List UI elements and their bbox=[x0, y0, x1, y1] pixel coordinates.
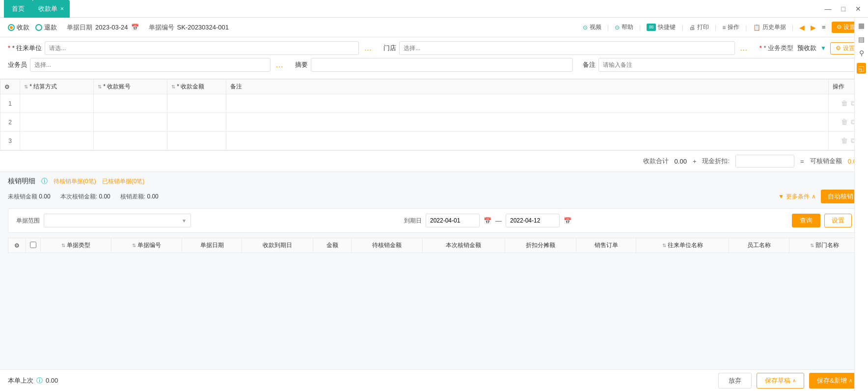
pending-tab[interactable]: 待核销单据(0笔) bbox=[54, 177, 96, 186]
nav-prev-icon[interactable]: ◀ bbox=[799, 24, 805, 31]
window-close-button[interactable]: ✕ bbox=[852, 4, 864, 14]
col-settings-header[interactable]: ⚙ bbox=[0, 80, 20, 94]
counterpart-input[interactable] bbox=[45, 41, 359, 55]
col-account-header: ⇅ * 收款账号 bbox=[94, 80, 167, 94]
bottom-value: 0.00 bbox=[46, 377, 58, 384]
operation-button[interactable]: ≡ 操作 bbox=[722, 23, 739, 31]
due-date-label: 到期日 bbox=[404, 217, 422, 225]
nav-next-icon[interactable]: ▶ bbox=[811, 24, 816, 31]
abandon-button[interactable]: 放弃 bbox=[718, 373, 752, 389]
refund-radio-dot bbox=[35, 24, 42, 31]
row1-remark[interactable] bbox=[226, 94, 829, 113]
receipt-table-section: ⚙ ⇅ * 结算方式 ⇅ * 收款账号 ⇅ * 收款金额 备注 bbox=[0, 79, 868, 171]
view-toggle-icon[interactable]: ≡ bbox=[822, 24, 826, 31]
filter-icon: ▼ bbox=[778, 193, 784, 200]
table-row: 3 🗑 ⧉ bbox=[0, 132, 868, 150]
print-icon: 🖨 bbox=[689, 24, 695, 31]
close-icon[interactable]: × bbox=[60, 5, 64, 12]
biz-type-arrow[interactable]: ▼ bbox=[820, 45, 826, 52]
biz-type-value: 预收款 bbox=[797, 44, 816, 53]
row1-account[interactable] bbox=[94, 94, 167, 113]
save-draft-button[interactable]: 保存草稿 ∧ bbox=[757, 373, 804, 389]
history-button[interactable]: 📋 历史单据 bbox=[753, 23, 786, 31]
store-label: 门店 bbox=[383, 44, 396, 53]
type-receipt-radio[interactable]: 收款 bbox=[8, 23, 29, 32]
print-label: 打印 bbox=[697, 23, 709, 31]
range-select[interactable]: ▼ bbox=[44, 214, 191, 227]
summary-row: 收款合计 0.00 + 现金折扣: = 可核销金额 0.00 bbox=[0, 150, 868, 171]
wt-col-due-date: 收款到期日 bbox=[242, 238, 313, 253]
summary-input[interactable] bbox=[311, 58, 572, 72]
bottom-info-icon: ⓘ bbox=[36, 376, 43, 385]
maximize-button[interactable]: □ bbox=[839, 4, 848, 14]
store-more-icon[interactable]: … bbox=[738, 44, 750, 53]
date-from-input[interactable] bbox=[426, 214, 480, 227]
writeoff-title: 核销明细 bbox=[8, 177, 35, 186]
form-header: 收款 退款 单据日期 2023-03-24 📅 单据编号 SK-20230324… bbox=[0, 18, 868, 37]
remark-input[interactable] bbox=[598, 58, 860, 72]
receipt-table: ⚙ ⇅ * 结算方式 ⇅ * 收款账号 ⇅ * 收款金额 备注 bbox=[0, 79, 868, 150]
sidebar-expand-icon[interactable]: ◱ bbox=[857, 63, 866, 74]
store-input[interactable] bbox=[399, 41, 734, 55]
row2-delete-icon[interactable]: 🗑 bbox=[841, 118, 848, 126]
date-to-input[interactable] bbox=[506, 214, 560, 227]
date-label: 单据日期 bbox=[67, 23, 92, 32]
window-controls: — □ ✕ bbox=[822, 4, 864, 14]
form-fields: * * 往来单位 … 门店 … * * 业务类型 预收款 ▼ ⚙ 设置 bbox=[0, 37, 868, 79]
video-button[interactable]: ⊙ 视频 bbox=[583, 23, 601, 31]
tab-home[interactable]: 首页 bbox=[4, 0, 32, 18]
row1-delete-icon[interactable]: 🗑 bbox=[841, 99, 848, 108]
row3-settle[interactable] bbox=[20, 132, 94, 150]
range-filter: 单据范围 ▼ bbox=[16, 214, 396, 227]
save-new-button[interactable]: 保存&新增 ∧ bbox=[809, 373, 860, 389]
row3-remark[interactable] bbox=[226, 132, 829, 150]
row3-amount[interactable] bbox=[167, 132, 226, 150]
query-button[interactable]: 查询 bbox=[792, 214, 820, 227]
per-page-label: 本单上次 bbox=[8, 376, 33, 385]
date-value[interactable]: 2023-03-24 bbox=[95, 24, 128, 31]
calendar-icon[interactable]: 📅 bbox=[131, 24, 139, 31]
main-container: 收款 退款 单据日期 2023-03-24 📅 单据编号 SK-20230324… bbox=[0, 18, 868, 391]
save-draft-label: 保存草稿 bbox=[765, 376, 790, 385]
discount-label: 现金折扣: bbox=[702, 157, 730, 166]
counterpart-more-icon[interactable]: … bbox=[362, 44, 374, 53]
sidebar-attach-icon[interactable]: ⚲ bbox=[859, 49, 864, 57]
row1-amount[interactable] bbox=[167, 94, 226, 113]
operation-icon: ≡ bbox=[722, 24, 726, 31]
row2-amount[interactable] bbox=[167, 113, 226, 132]
info-icon[interactable]: ⓘ bbox=[41, 177, 48, 186]
wt-col-pending: 待核销金额 bbox=[351, 238, 422, 253]
sidebar-table-icon[interactable]: ▦ bbox=[858, 22, 865, 29]
done-tab[interactable]: 已核销单据(0笔) bbox=[102, 177, 145, 186]
filter-settings-button[interactable]: 设置 bbox=[824, 214, 852, 227]
help-button[interactable]: ⊙ 帮助 bbox=[615, 23, 633, 31]
row2-account[interactable] bbox=[94, 113, 167, 132]
row-num-2: 2 bbox=[0, 113, 20, 132]
minimize-button[interactable]: — bbox=[822, 4, 835, 14]
discount-input[interactable] bbox=[735, 155, 794, 168]
shortcut-button[interactable]: ✉ 快捷键 bbox=[647, 23, 676, 31]
date-field: 单据日期 2023-03-24 📅 bbox=[67, 23, 139, 32]
video-label: 视频 bbox=[590, 23, 601, 31]
staff-input[interactable] bbox=[30, 58, 271, 72]
type-refund-radio[interactable]: 退款 bbox=[35, 23, 57, 32]
row3-account[interactable] bbox=[94, 132, 167, 150]
row2-remark[interactable] bbox=[226, 113, 829, 132]
table-settings-icon[interactable]: ⚙ bbox=[4, 84, 10, 90]
staff-field: 业务员 … bbox=[8, 58, 285, 72]
row2-settle[interactable] bbox=[20, 113, 94, 132]
more-conditions-button[interactable]: ▼ 更多条件 ∧ bbox=[778, 193, 816, 201]
tab-receipt[interactable]: 收款单 × bbox=[32, 0, 70, 18]
row1-settle[interactable] bbox=[20, 94, 94, 113]
col-remark-header: 备注 bbox=[226, 80, 829, 94]
staff-more-icon[interactable]: … bbox=[273, 60, 285, 69]
select-all-checkbox[interactable] bbox=[30, 242, 36, 248]
print-button[interactable]: 🖨 打印 bbox=[689, 23, 709, 31]
wt-col-settings[interactable]: ⚙ bbox=[8, 238, 26, 253]
row3-delete-icon[interactable]: 🗑 bbox=[841, 137, 848, 145]
sidebar-list-icon[interactable]: ▤ bbox=[858, 35, 865, 43]
writeoff-table: ⚙ ⇅ 单据类型 ⇅ 单据编号 单据日期 收款到期日 bbox=[8, 238, 860, 253]
calendar-from-icon: 📅 bbox=[484, 217, 491, 224]
row-num-3: 3 bbox=[0, 132, 20, 150]
wt-col-checkbox[interactable] bbox=[26, 238, 41, 253]
